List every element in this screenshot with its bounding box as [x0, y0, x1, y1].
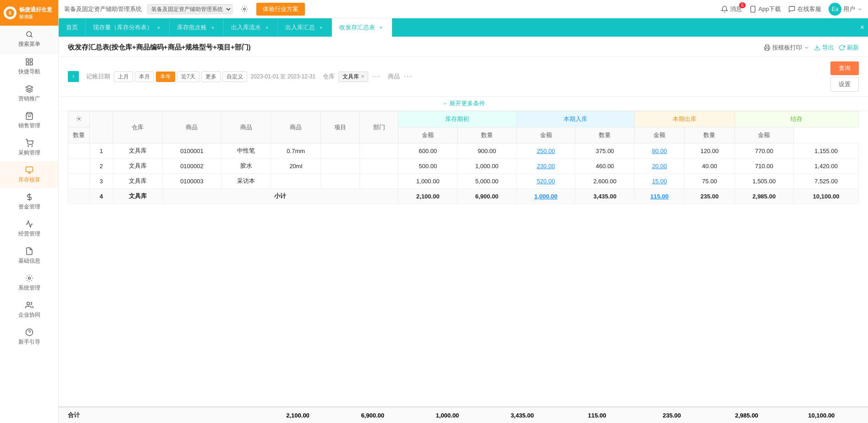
sidebar-item-quick-nav[interactable]: 快捷导航	[0, 53, 58, 80]
app-download-btn[interactable]: App下载	[749, 5, 781, 13]
svg-point-17	[243, 8, 245, 10]
tab-batch-accounts[interactable]: 库存批次账 ×	[170, 18, 224, 37]
row1-in-qty[interactable]: 250.00	[516, 143, 575, 159]
settings-gear-icon[interactable]	[238, 3, 251, 16]
refresh-btn[interactable]: 刷新	[839, 44, 859, 52]
row2-in-qty[interactable]: 230.00	[516, 159, 575, 174]
sidebar-enterprise-label: 企业协同	[18, 311, 40, 319]
svg-point-10	[32, 146, 33, 147]
table-footer: 合计 2,100.00 6,900.00 1,000.00 3,435.00 1…	[59, 407, 868, 423]
row2-no: 2	[90, 159, 113, 174]
row1-out-qty[interactable]: 80.00	[635, 143, 685, 159]
user-btn[interactable]: Ea 用户	[829, 3, 862, 16]
svg-rect-4	[26, 59, 28, 61]
total-open-qty: 2,100.00	[260, 412, 335, 419]
sidebar-item-system[interactable]: 系统管理	[0, 269, 58, 297]
col-close-amt-header: 金额	[735, 127, 794, 143]
query-btn[interactable]: 查询	[830, 61, 859, 75]
tabs-close-all-btn[interactable]: ×	[860, 23, 864, 32]
system-select[interactable]: 装备及固定资产辅助管理系统	[147, 4, 232, 14]
row3-code: 0100003	[162, 174, 221, 189]
subtotal-open-qty: 2,100.00	[398, 189, 458, 204]
app-download-label: App下载	[758, 5, 781, 13]
goods-more-dots[interactable]: ···	[404, 72, 412, 81]
sidebar-item-inventory[interactable]: 库存核算	[0, 161, 58, 188]
experience-btn[interactable]: 体验行业方案	[256, 3, 305, 16]
sidebar-item-enterprise[interactable]: 企业协同	[0, 297, 58, 324]
col-settings[interactable]	[68, 111, 90, 127]
row1-close-qty: 770.00	[735, 143, 794, 159]
sidebar-item-purchase[interactable]: 采购管理	[0, 134, 58, 161]
row3-no: 3	[90, 174, 113, 189]
total-close-qty: 2,985.00	[709, 412, 784, 419]
table-row: 1 文具库 0100001 中性笔 0.7mm 600.00 900.00 25…	[68, 143, 859, 159]
sidebar-item-operations[interactable]: 经营管理	[0, 215, 58, 242]
tab-home[interactable]: 首页	[59, 18, 86, 37]
tab-inout-flow[interactable]: 出入库流水 ×	[224, 18, 278, 37]
sidebar-item-marketing[interactable]: 营销推广	[0, 80, 58, 107]
online-service-btn[interactable]: 在线客服	[788, 5, 821, 13]
col-code: 商品	[162, 111, 221, 143]
subtotal-settings	[68, 189, 90, 204]
sidebar-finance-label: 资金管理	[18, 203, 40, 211]
tab-inout-summary-close[interactable]: ×	[318, 24, 324, 31]
sidebar-item-basic[interactable]: 基础信息	[0, 242, 58, 269]
col-open-amt-header: 金额	[398, 127, 458, 143]
warehouse-tag[interactable]: 文具库 ×	[338, 71, 368, 82]
svg-rect-6	[26, 63, 28, 65]
date-btn-this-month[interactable]: 本月	[135, 71, 154, 82]
page-title: 收发存汇总表(按仓库+商品编码+商品+规格型号+项目+部门)	[68, 43, 251, 52]
tab-batch-accounts-close[interactable]: ×	[210, 24, 216, 31]
row1-spec: 0.7mm	[271, 143, 321, 159]
date-btn-7days[interactable]: 近7天	[177, 71, 199, 82]
date-btn-custom[interactable]: 自定义	[222, 71, 247, 82]
tab-inventory-dist-close[interactable]: ×	[155, 24, 162, 31]
date-btn-more[interactable]: 更多	[201, 71, 221, 82]
warehouse-more-dots[interactable]: ···	[372, 72, 381, 81]
tab-home-label: 首页	[66, 23, 78, 32]
sidebar-item-newbie[interactable]: 新手引导	[0, 324, 58, 351]
export-btn[interactable]: 导出	[814, 44, 834, 52]
user-chevron-icon	[857, 6, 862, 12]
date-btn-last-month[interactable]: 上月	[114, 71, 133, 82]
row2-out-qty[interactable]: 20.00	[635, 159, 685, 174]
expand-more-btn[interactable]: 展开更多条件	[442, 99, 485, 108]
sidebar-item-sales[interactable]: 销售管理	[0, 107, 58, 134]
row2-settings	[68, 159, 90, 174]
message-btn[interactable]: 消息 6	[721, 5, 742, 13]
main-tabs: 首页 现存量（库存分布表） × 库存批次账 × 出入库流水 × 出入库汇总 × …	[59, 18, 868, 37]
refresh-icon	[839, 44, 845, 51]
filter-toggle-btn[interactable]	[68, 71, 79, 82]
tab-inventory-dist[interactable]: 现存量（库存分布表） ×	[86, 18, 170, 37]
row1-dept	[359, 143, 398, 159]
warehouse-tag-close[interactable]: ×	[361, 73, 364, 80]
sidebar-item-finance[interactable]: 资金管理	[0, 188, 58, 215]
row3-out-qty[interactable]: 15.00	[635, 174, 685, 189]
sidebar-quicknav-label: 快捷导航	[18, 68, 40, 76]
tab-inout-flow-close[interactable]: ×	[264, 24, 270, 31]
sidebar-search-label: 搜索菜单	[18, 40, 40, 48]
row3-in-qty[interactable]: 520.00	[516, 174, 575, 189]
row2-in-amt: 460.00	[575, 159, 635, 174]
row3-open-qty: 1,000.00	[398, 174, 458, 189]
tab-receive-summary[interactable]: 收发存汇总表 ×	[332, 18, 392, 37]
print-template-btn[interactable]: 按模板打印	[764, 44, 809, 52]
sidebar-item-search[interactable]: 搜索菜单	[0, 26, 58, 53]
col-warehouse: 仓库	[113, 111, 162, 143]
row1-close-amt: 1,155.00	[794, 143, 859, 159]
sidebar-sales-label: 销售管理	[18, 122, 40, 130]
tab-inout-summary[interactable]: 出入库汇总 ×	[278, 18, 332, 37]
svg-text:6: 6	[9, 11, 11, 16]
subtotal-out-qty[interactable]: 115.00	[635, 189, 685, 204]
row3-in-amt: 2,600.00	[575, 174, 635, 189]
row3-name: 采访本	[221, 174, 271, 189]
export-btn-label: 导出	[822, 44, 834, 52]
tab-receive-summary-close[interactable]: ×	[378, 24, 384, 31]
row3-close-qty: 1,505.00	[735, 174, 794, 189]
subtotal-in-qty[interactable]: 1,000.00	[516, 189, 575, 204]
set-btn[interactable]: 设置	[830, 77, 859, 92]
sidebar-newbie-label: 新手引导	[18, 338, 40, 346]
sidebar-inventory-label: 库存核算	[18, 176, 40, 184]
row1-settings	[68, 143, 90, 159]
date-btn-this-year[interactable]: 本年	[156, 71, 175, 82]
